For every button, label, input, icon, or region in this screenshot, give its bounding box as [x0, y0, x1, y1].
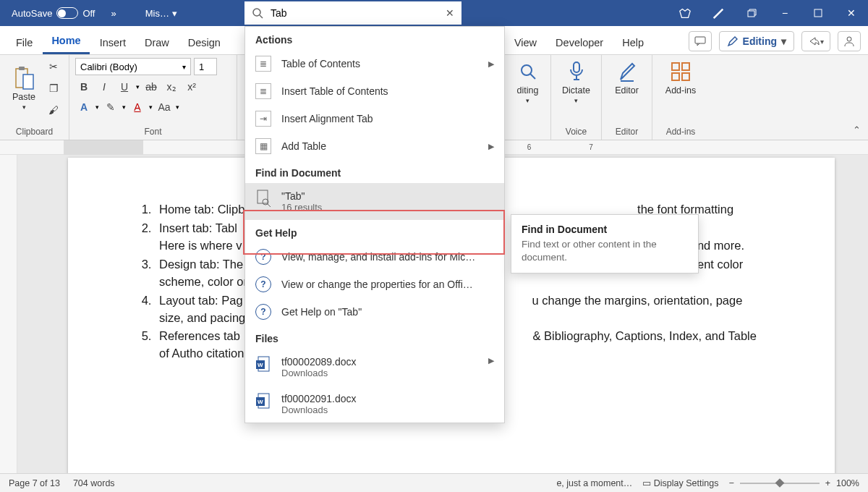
- chevron-right-icon: ▶: [488, 142, 494, 151]
- svg-rect-3: [814, 9, 822, 17]
- autosave-toggle[interactable]: AutoSave Off: [3, 7, 103, 19]
- subscript-button[interactable]: x₂: [163, 78, 180, 96]
- svg-line-18: [268, 204, 271, 207]
- status-bar: Page 7 of 13 704 words e, just a moment……: [0, 473, 868, 492]
- tab-insert[interactable]: Insert: [91, 31, 135, 54]
- word-count[interactable]: 704 words: [73, 478, 115, 488]
- section-files: Files: [245, 326, 504, 349]
- action-table-of-contents[interactable]: ≣Table of Contents▶: [245, 50, 504, 77]
- superscript-button[interactable]: x²: [183, 78, 200, 96]
- tab-developer[interactable]: Developer: [547, 31, 612, 54]
- group-clipboard: Paste▾ ✂ ❐ 🖌 Clipboard: [0, 55, 69, 140]
- display-settings[interactable]: ▭ Display Settings: [642, 478, 718, 488]
- table-icon: ▦: [255, 138, 271, 154]
- collapse-ribbon-icon[interactable]: ⌃: [853, 124, 861, 135]
- cut-button[interactable]: ✂: [45, 58, 62, 75]
- minimize-icon[interactable]: −: [768, 0, 801, 26]
- quick-access-chevron-icon[interactable]: »: [111, 8, 116, 19]
- svg-rect-4: [695, 37, 705, 43]
- text-effects-button[interactable]: A: [75, 98, 93, 116]
- svg-text:W: W: [258, 399, 263, 405]
- help-item[interactable]: ?View or change the properties for an Of…: [245, 271, 504, 298]
- help-item[interactable]: ?View, manage, and install add-ins for M…: [245, 243, 504, 271]
- tab-home[interactable]: Home: [43, 29, 89, 54]
- editing-mode-button[interactable]: Editing ▾: [719, 31, 794, 51]
- file-item[interactable]: Wtf00002089.docxDownloads▶: [245, 349, 504, 386]
- svg-point-5: [847, 37, 851, 41]
- comments-button[interactable]: [689, 31, 712, 51]
- group-label: Font: [75, 127, 231, 138]
- zoom-control[interactable]: − + 100%: [728, 478, 859, 488]
- clear-search-icon[interactable]: ✕: [446, 7, 454, 19]
- copy-button[interactable]: ❐: [45, 80, 62, 97]
- find-result-item[interactable]: "Tab"16 results: [245, 183, 504, 220]
- dictate-button[interactable]: Dictate▾: [557, 58, 595, 106]
- format-painter-button[interactable]: 🖌: [45, 101, 62, 119]
- font-family-select[interactable]: Calibri (Body)▾: [75, 58, 191, 75]
- paste-button[interactable]: Paste▾: [6, 64, 42, 112]
- svg-rect-2: [748, 11, 754, 17]
- tab-help[interactable]: Help: [613, 31, 652, 54]
- addins-button[interactable]: Add-ins: [658, 58, 703, 97]
- underline-button[interactable]: U: [116, 78, 133, 96]
- svg-point-9: [522, 65, 532, 75]
- search-box[interactable]: ✕: [244, 1, 461, 25]
- svg-rect-14: [672, 73, 679, 80]
- font-color-button[interactable]: A: [129, 98, 146, 116]
- microphone-icon: [564, 59, 589, 84]
- group-editor: Editor Editor: [602, 55, 652, 140]
- action-insert-alignment-tab[interactable]: ⇥Insert Alignment Tab: [245, 105, 504, 132]
- strike-button[interactable]: ab: [142, 78, 160, 96]
- help-item[interactable]: ?Get Help on "Tab": [245, 298, 504, 326]
- brush-icon[interactable]: [702, 0, 735, 26]
- bold-button[interactable]: B: [75, 78, 93, 96]
- editor-button[interactable]: Editor: [608, 58, 646, 97]
- svg-rect-12: [672, 63, 679, 70]
- find-icon: [255, 190, 271, 206]
- account-button[interactable]: [838, 31, 861, 51]
- search-icon: [516, 59, 540, 84]
- tab-file[interactable]: File: [7, 31, 41, 54]
- autosave-label: AutoSave: [12, 8, 52, 19]
- document-title[interactable]: Mis… ▾: [145, 8, 177, 19]
- change-case-button[interactable]: Aa: [156, 98, 173, 116]
- help-icon: ?: [255, 276, 271, 292]
- premium-icon[interactable]: [668, 0, 702, 26]
- accessibility-status[interactable]: e, just a moment…: [556, 478, 632, 488]
- section-help: Get Help: [245, 220, 504, 243]
- share-button[interactable]: ▾: [801, 31, 830, 51]
- action-add-table[interactable]: ▦Add Table▶: [245, 132, 504, 160]
- group-editing: diting▾: [505, 55, 551, 140]
- font-size-select[interactable]: 1: [194, 58, 217, 75]
- svg-line-1: [260, 15, 263, 18]
- tooltip: Find in Document Find text or other cont…: [511, 214, 699, 273]
- zoom-slider[interactable]: [740, 483, 820, 484]
- maximize-icon[interactable]: [801, 0, 835, 26]
- editing-group-button[interactable]: diting▾: [511, 58, 545, 106]
- addins-icon: [668, 59, 693, 84]
- group-label: Clipboard: [6, 127, 63, 138]
- zoom-in-icon[interactable]: +: [825, 478, 830, 488]
- italic-button[interactable]: I: [95, 78, 113, 96]
- toggle-icon: [56, 7, 78, 19]
- close-icon[interactable]: ✕: [835, 0, 868, 26]
- search-input[interactable]: [271, 7, 438, 19]
- tab-design[interactable]: Design: [179, 31, 229, 54]
- file-item[interactable]: Wtf00002091.docxDownloads: [245, 386, 504, 423]
- restore-window-icon[interactable]: [735, 0, 768, 26]
- zoom-level[interactable]: 100%: [836, 478, 859, 488]
- word-file-icon: W: [255, 356, 271, 372]
- svg-line-10: [530, 74, 535, 79]
- highlight-button[interactable]: ✎: [102, 98, 119, 116]
- tooltip-title: Find in Document: [522, 224, 688, 235]
- tab-draw[interactable]: Draw: [136, 31, 178, 54]
- help-icon: ?: [255, 249, 271, 265]
- action-insert-toc[interactable]: ≣Insert Table of Contents: [245, 77, 504, 105]
- zoom-out-icon[interactable]: −: [728, 478, 733, 488]
- svg-rect-13: [682, 63, 689, 70]
- svg-rect-7: [19, 67, 25, 70]
- tab-view[interactable]: View: [506, 31, 545, 54]
- ruler-vertical[interactable]: [0, 155, 17, 473]
- page-indicator[interactable]: Page 7 of 13: [9, 478, 60, 488]
- group-addins: Add-ins Add-ins: [652, 55, 709, 140]
